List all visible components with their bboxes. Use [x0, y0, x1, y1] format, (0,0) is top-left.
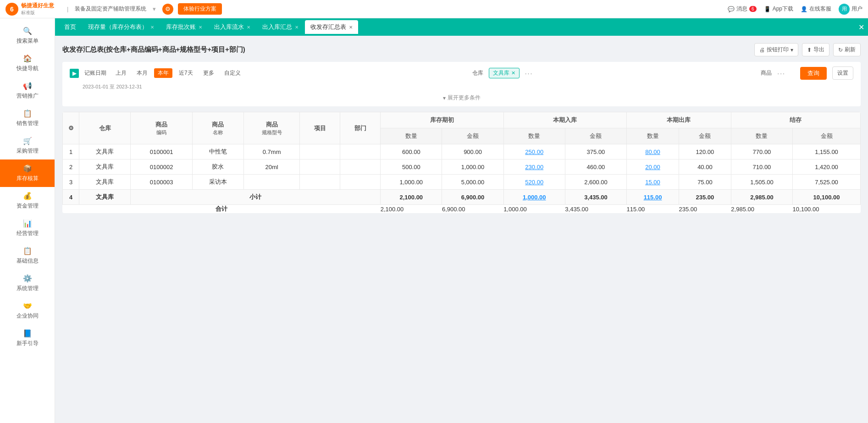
- sidebar-item-label-inventory: 库存核算: [17, 175, 39, 182]
- row-out-qty[interactable]: 20.00: [627, 159, 679, 175]
- refresh-label: 刷新: [845, 46, 856, 54]
- tab-summary-close[interactable]: ✕: [295, 25, 299, 30]
- sidebar-item-label-quick-nav: 快捷导航: [17, 65, 39, 72]
- sidebar-item-label-search: 搜索菜单: [17, 37, 39, 45]
- marketing-icon: 📢: [23, 82, 32, 90]
- warehouse-tag: 文具库 ✕: [489, 68, 520, 78]
- export-btn[interactable]: ⬆ 导出: [802, 43, 829, 56]
- subtotal-in-qty[interactable]: 1,000.00: [503, 190, 565, 205]
- col-in-qty-header: 数量: [503, 128, 565, 144]
- tab-batch-close[interactable]: ✕: [199, 25, 202, 30]
- warehouse-tag-close[interactable]: ✕: [511, 70, 515, 76]
- subtotal-warehouse: 文具库: [79, 190, 131, 205]
- table-row: 1 文具库 0100001 中性笔 0.7mm 600.00 900.00 25…: [63, 144, 861, 159]
- tab-recv-send-close[interactable]: ✕: [349, 25, 353, 30]
- date-btn-this-year[interactable]: 本年: [154, 68, 172, 78]
- row-in-amt: 375.00: [565, 144, 626, 159]
- base-info-icon: 📋: [23, 247, 32, 255]
- top-bar-right: 💬 消息 6 📱 App下载 👤 在线客服 用 用户: [728, 4, 862, 15]
- tab-flow[interactable]: 出入库流水 ✕: [209, 20, 256, 34]
- tab-stock-dist-close[interactable]: ✕: [150, 25, 154, 30]
- sidebar-item-purchase[interactable]: 🛒 采购管理: [0, 132, 55, 159]
- row-in-qty[interactable]: 250.00: [503, 144, 565, 159]
- tab-batch[interactable]: 库存批次账 ✕: [160, 20, 208, 34]
- row-spec: [244, 175, 300, 190]
- expand-more-btn[interactable]: ▾ 展开更多条件: [70, 94, 853, 102]
- table-header-top: ⚙ 仓库 商品编码 商品名称 商品规格型号 项目 部门 库存期初 本期入库 本: [63, 112, 861, 128]
- col-project-header: 项目: [300, 112, 340, 144]
- sidebar-item-marketing[interactable]: 📢 营销推广: [0, 77, 55, 104]
- date-btn-7days[interactable]: 近7天: [175, 68, 197, 78]
- tab-stock-dist[interactable]: 现存量（库存分布表） ✕: [83, 20, 160, 34]
- tab-batch-label: 库存批次账: [166, 23, 196, 31]
- filter-set-btn[interactable]: 设置: [832, 66, 853, 80]
- cooperation-icon: 🤝: [23, 302, 32, 310]
- message-item[interactable]: 💬 消息 6: [728, 5, 757, 13]
- user-item[interactable]: 用 用户: [839, 4, 862, 15]
- sidebar-item-search[interactable]: 🔍 搜索菜单: [0, 22, 55, 49]
- sidebar-item-label-purchase: 采购管理: [17, 147, 39, 155]
- date-btn-this-month[interactable]: 本月: [133, 68, 151, 78]
- user-avatar: 用: [839, 4, 850, 15]
- sidebar-item-cooperation[interactable]: 🤝 企业协同: [0, 297, 55, 324]
- guide-icon: 📘: [23, 329, 32, 338]
- sidebar-item-guide[interactable]: 📘 新手引导: [0, 324, 55, 352]
- phone-icon: 📱: [764, 6, 771, 12]
- table-row: 3 文具库 0100003 采访本 1,000.00 5,000.00 520.…: [63, 175, 861, 190]
- tab-home[interactable]: 首页: [59, 20, 82, 34]
- row-warehouse: 文具库: [79, 144, 131, 159]
- sidebar-item-label-cooperation: 企业协同: [17, 312, 39, 320]
- filter-search-btn[interactable]: 查询: [800, 67, 827, 80]
- app-download-item[interactable]: 📱 App下载: [764, 5, 793, 13]
- filter-toggle[interactable]: ▶: [70, 69, 79, 78]
- sidebar-item-system[interactable]: ⚙️ 系统管理: [0, 269, 55, 297]
- subtotal-out-qty[interactable]: 115.00: [627, 190, 679, 205]
- main-layout: 🔍 搜索菜单 🏠 快捷导航 📢 营销推广 📋 销售管理 🛒 采购管理 📦: [0, 18, 868, 423]
- total-closing-amt: 10,100.00: [793, 205, 861, 214]
- row-opening-qty: 500.00: [381, 159, 442, 175]
- total-in-amt: 3,435.00: [565, 205, 626, 214]
- row-out-amt: 120.00: [679, 144, 731, 159]
- sidebar-item-operations[interactable]: 📊 经营管理: [0, 214, 55, 242]
- main-table: ⚙ 仓库 商品编码 商品名称 商品规格型号 项目 部门 库存期初 本期入库 本: [62, 112, 861, 213]
- row-project: [300, 159, 340, 175]
- row-dept: [340, 159, 381, 175]
- logo-icon: 6: [6, 3, 18, 16]
- online-service-item[interactable]: 👤 在线客服: [801, 5, 831, 13]
- expand-icon: ▾: [443, 95, 446, 101]
- row-in-amt: 460.00: [565, 159, 626, 175]
- col-closing-header: 结存: [731, 112, 860, 128]
- row-out-qty[interactable]: 80.00: [627, 144, 679, 159]
- inventory-icon: 📦: [23, 164, 32, 173]
- refresh-btn[interactable]: ↻ 刷新: [833, 43, 861, 56]
- print-btn[interactable]: 🖨 按钮打印 ▾: [754, 43, 798, 56]
- date-btn-custom[interactable]: 自定义: [221, 68, 244, 78]
- settings-icon[interactable]: ⚙: [162, 4, 173, 15]
- sidebar-item-sales[interactable]: 📋 销售管理: [0, 104, 55, 132]
- trial-btn[interactable]: 体验行业方案: [178, 3, 222, 15]
- col-out-qty-header: 数量: [627, 128, 679, 144]
- date-btn-prev-month[interactable]: 上月: [112, 68, 130, 78]
- goods-more-dots[interactable]: ···: [777, 70, 785, 77]
- row-no: 2: [63, 159, 79, 175]
- row-in-qty[interactable]: 520.00: [503, 175, 565, 190]
- sidebar-item-base-info[interactable]: 📋 基础信息: [0, 242, 55, 269]
- date-btn-more[interactable]: 更多: [199, 68, 218, 78]
- sidebar-item-quick-nav[interactable]: 🏠 快捷导航: [0, 49, 55, 77]
- row-warehouse: 文具库: [79, 159, 131, 175]
- row-project: [300, 144, 340, 159]
- tab-bar-close[interactable]: ✕: [858, 23, 864, 32]
- row-in-qty[interactable]: 230.00: [503, 159, 565, 175]
- sidebar-item-inventory[interactable]: 📦 库存核算: [0, 159, 55, 187]
- warehouse-more-dots[interactable]: ···: [525, 70, 533, 77]
- tab-flow-close[interactable]: ✕: [247, 25, 250, 30]
- sidebar-item-finance[interactable]: 💰 资金管理: [0, 187, 55, 214]
- col-settings-header[interactable]: ⚙: [63, 112, 79, 144]
- tab-summary[interactable]: 出入库汇总 ✕: [257, 20, 304, 34]
- expand-label: 展开更多条件: [448, 94, 481, 102]
- row-code: 0100002: [131, 159, 192, 175]
- tab-recv-send[interactable]: 收发存汇总表 ✕: [305, 20, 358, 34]
- message-badge: 6: [749, 6, 757, 12]
- row-out-qty[interactable]: 15.00: [627, 175, 679, 190]
- subtotal-row: 4 文具库 小计 2,100.00 6,900.00 1,000.00 3,43…: [63, 190, 861, 205]
